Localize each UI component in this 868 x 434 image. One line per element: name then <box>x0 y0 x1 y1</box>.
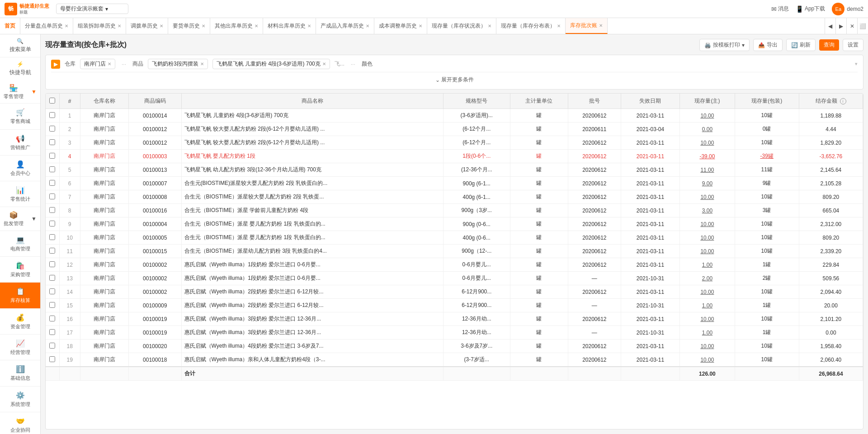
cell-checkbox[interactable] <box>46 150 59 163</box>
template-print-btn[interactable]: 🖨️ 按模板打印 ▾ <box>699 39 750 51</box>
row-checkbox[interactable] <box>49 193 55 199</box>
tab-disassembly[interactable]: 组装拆卸单历史 ✕ <box>73 18 126 34</box>
sidebar-item-member-center[interactable]: 👤 会员中心 <box>0 156 40 181</box>
sidebar-item-basic-info[interactable]: ℹ️ 基础信息 <box>0 360 40 386</box>
sidebar-item-operations-mgmt[interactable]: 📈 经营管理 <box>0 335 40 360</box>
row-checkbox[interactable] <box>49 153 55 159</box>
warehouse-tag-remove[interactable]: ✕ <box>108 61 111 66</box>
close-tab-disassembly[interactable]: ✕ <box>118 24 121 28</box>
export-btn[interactable]: 📤 导出 <box>753 39 783 51</box>
sidebar-item-system-mgmt[interactable]: ⚙️ 系统管理 <box>0 387 40 412</box>
row-checkbox[interactable] <box>49 207 55 213</box>
industry-selector[interactable]: 母婴行业演示账套 ▾ <box>56 4 128 14</box>
select-all-checkbox[interactable] <box>49 98 55 104</box>
tab-inventory-status[interactable]: 现存量（库存状况表） ✕ <box>427 18 496 34</box>
cell-checkbox[interactable] <box>46 312 59 326</box>
close-tab-requisition[interactable]: ✕ <box>202 24 205 28</box>
filter-expand-arrow[interactable]: ▶ <box>51 60 60 69</box>
tab-prev-arrow[interactable]: ◀ <box>825 18 835 34</box>
row-checkbox[interactable] <box>49 316 55 321</box>
tab-other-outbound[interactable]: 其他出库单历史 ✕ <box>210 18 263 34</box>
product-tag-1-remove[interactable]: ✕ <box>200 61 204 66</box>
cell-checkbox[interactable] <box>46 299 59 312</box>
cell-checkbox[interactable] <box>46 285 59 299</box>
filter-expand-btn[interactable]: ⌄ 展开更多条件 <box>51 74 858 85</box>
row-checkbox[interactable] <box>49 343 55 349</box>
close-tab-inventory-status[interactable]: ✕ <box>488 24 491 28</box>
sidebar-item-retail-stats[interactable]: 📊 零售统计 <box>0 181 40 207</box>
sidebar-item-inventory-check[interactable]: 📋 库存核算 <box>0 283 40 308</box>
app-download-btn[interactable]: 📱 App下载 <box>796 5 825 13</box>
tab-home[interactable]: 首页 <box>0 18 20 34</box>
product-tag-2-remove[interactable]: ✕ <box>322 61 326 66</box>
sidebar-item-purchase-mgmt[interactable]: 🛍️ 采购管理 <box>0 257 40 283</box>
row-checkbox[interactable] <box>49 180 55 186</box>
cell-checkbox[interactable] <box>46 258 59 272</box>
cell-checkbox[interactable] <box>46 177 59 190</box>
sidebar-item-search[interactable]: 🔍 搜索菜单 <box>0 34 40 57</box>
cell-checkbox[interactable] <box>46 326 59 340</box>
tab-cost-adjustment[interactable]: 成本调整单历史 ✕ <box>374 18 427 34</box>
cell-expire: 2021-03-11 <box>621 177 680 190</box>
close-tab-split-inventory[interactable]: ✕ <box>65 24 68 28</box>
sidebar-item-wholesale-mgmt[interactable]: 📦 批发管理 ▼ <box>0 207 40 231</box>
close-tab-other-outbound[interactable]: ✕ <box>255 24 258 28</box>
row-checkbox[interactable] <box>49 302 55 308</box>
row-checkbox[interactable] <box>49 261 55 267</box>
cell-checkbox[interactable] <box>46 217 59 231</box>
tab-next-arrow[interactable]: ▶ <box>835 18 846 34</box>
close-tab-cost-adjustment[interactable]: ✕ <box>419 24 422 28</box>
cell-checkbox[interactable] <box>46 340 59 353</box>
row-checkbox[interactable] <box>49 139 55 145</box>
cell-checkbox[interactable] <box>46 231 59 245</box>
cell-checkbox[interactable] <box>46 190 59 204</box>
row-checkbox[interactable] <box>49 329 55 335</box>
cell-checkbox[interactable] <box>46 245 59 258</box>
cell-checkbox[interactable] <box>46 353 59 367</box>
sidebar-item-enterprise-collab[interactable]: 🤝 企业协同 <box>0 412 40 434</box>
amount-info-icon[interactable]: i <box>840 98 846 104</box>
close-tab-production-inbound[interactable]: ✕ <box>366 24 369 28</box>
tab-split-inventory[interactable]: 分量盘点单历史 ✕ <box>20 18 73 34</box>
cell-checkbox[interactable] <box>46 136 59 150</box>
close-tab-batch-voucher[interactable]: ✕ <box>599 23 603 28</box>
tab-inventory-distribution[interactable]: 现存量（库存分布表） ✕ <box>496 18 566 34</box>
close-tab-material-outbound[interactable]: ✕ <box>307 24 311 28</box>
user-area[interactable]: Ea demo2 <box>832 3 863 15</box>
settings-btn[interactable]: 设置 <box>843 39 863 51</box>
row-checkbox[interactable] <box>49 112 55 118</box>
row-checkbox[interactable] <box>49 234 55 240</box>
message-btn[interactable]: ✉ 消息 <box>771 5 789 13</box>
sidebar-item-quick-nav[interactable]: ⚡ 快捷导航 <box>0 57 40 80</box>
row-checkbox[interactable] <box>49 126 55 132</box>
sidebar-item-retail-store[interactable]: 🛒 零售商城 <box>0 104 40 129</box>
color-dropdown-arrow[interactable]: ▾ <box>855 61 858 67</box>
tab-close-all[interactable]: ✕ <box>846 18 857 34</box>
tab-material-outbound[interactable]: 材料出库单历史 ✕ <box>263 18 316 34</box>
cell-checkbox[interactable] <box>46 272 59 285</box>
row-checkbox[interactable] <box>49 166 55 172</box>
row-checkbox[interactable] <box>49 275 55 281</box>
sidebar-item-finance-mgmt[interactable]: 💰 资金管理 <box>0 309 40 335</box>
refresh-btn[interactable]: 🔄 刷新 <box>786 39 816 51</box>
cell-checkbox[interactable] <box>46 123 59 136</box>
tab-maximize[interactable]: ⬜ <box>857 18 868 34</box>
sidebar-item-marketing[interactable]: 📢 营销推广 <box>0 130 40 156</box>
sidebar-item-ecommerce-mgmt[interactable]: 💻 电商管理 <box>0 231 40 257</box>
row-checkbox[interactable] <box>49 356 55 362</box>
row-checkbox[interactable] <box>49 221 55 226</box>
sidebar-item-retail-mgmt[interactable]: 🏪 零售管理 ▼ <box>0 80 40 104</box>
cell-checkbox[interactable] <box>46 204 59 217</box>
cell-checkbox[interactable] <box>46 109 59 123</box>
tab-transfer[interactable]: 调拨单历史 ✕ <box>126 18 168 34</box>
close-tab-transfer[interactable]: ✕ <box>160 24 163 28</box>
cell-unit: 罐 <box>510 109 568 123</box>
tab-requisition[interactable]: 要货单历史 ✕ <box>168 18 210 34</box>
close-tab-inventory-distribution[interactable]: ✕ <box>557 24 561 28</box>
query-btn[interactable]: 查询 <box>819 39 839 51</box>
row-checkbox[interactable] <box>49 288 55 294</box>
tab-batch-voucher[interactable]: 库存批次账 ✕ <box>566 18 608 34</box>
row-checkbox[interactable] <box>49 248 55 254</box>
cell-checkbox[interactable] <box>46 163 59 177</box>
tab-production-inbound[interactable]: 产成品入库单历史 ✕ <box>316 18 374 34</box>
